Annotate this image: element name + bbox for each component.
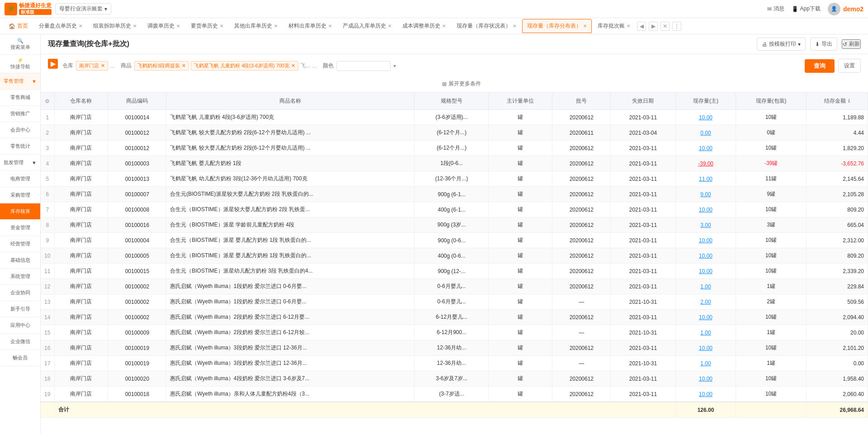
row-batch: 20200612 [552, 171, 611, 187]
settings-button[interactable]: 设置 [838, 59, 861, 73]
sidebar-item-stock-label: 库存核算 [10, 208, 30, 215]
sidebar-item-enterprise[interactable]: 企业协同 [0, 285, 40, 301]
expand-more-button[interactable]: ⊞ 展开更多条件 [442, 80, 481, 88]
tab-other-out[interactable]: 其他出库单历史 ✕ [229, 19, 283, 33]
row-qty-main[interactable]: 1.00 [675, 356, 736, 371]
export-button[interactable]: ⬇ 导出 [810, 38, 837, 51]
sidebar-item-ecommerce[interactable]: 电商管理 [0, 171, 40, 187]
sidebar-item-guide[interactable]: 新手引导 [0, 301, 40, 317]
print-button[interactable]: 🖨 按模板打印 ▾ [757, 38, 806, 51]
tab-stock-status-close[interactable]: ✕ [513, 24, 516, 28]
sidebar-item-finance[interactable]: 资金管理 [0, 220, 40, 236]
color-dropdown-icon[interactable]: ▾ [393, 63, 396, 69]
app-download-btn[interactable]: 📱 App下载 [792, 5, 821, 13]
row-qty-main[interactable]: 10.00 [675, 110, 736, 125]
sidebar-item-wholesale[interactable]: 批发管理 ▼ [0, 155, 40, 171]
tab-scroll-right[interactable]: ▶ [649, 22, 658, 31]
sidebar-item-weixin[interactable]: 企业微信 [0, 334, 40, 350]
sidebar-item-retail-mgmt[interactable]: 零售管理 ▼ [0, 73, 40, 90]
row-warehouse: 南岸门店 [54, 156, 108, 171]
product-more[interactable]: 飞... [300, 62, 310, 70]
tab-home[interactable]: 🏠 首页 [4, 19, 33, 33]
tab-product-in-close[interactable]: ✕ [388, 24, 392, 28]
tab-close-all[interactable]: ✕ [660, 22, 670, 31]
tab-more[interactable]: ⋮ [672, 22, 681, 31]
sidebar-item-apps[interactable]: 应用中心 [0, 317, 40, 334]
row-name: 惠氏启赋（Wyeth illuma）1段奶粉 爱尔兰进口 0-6月婴... [166, 279, 415, 294]
tab-stock-status[interactable]: 现存量（库存状况表） ✕ [452, 19, 521, 33]
row-qty-pkg: 10罐 [736, 340, 807, 356]
row-qty-main[interactable]: 9.00 [675, 187, 736, 202]
tab-other-out-close[interactable]: ✕ [274, 24, 278, 28]
message-btn[interactable]: ✉ 消息 [767, 5, 784, 13]
sidebar-item-member2[interactable]: 畅会员 [0, 350, 40, 366]
tab-scroll-left[interactable]: ◀ [637, 22, 646, 31]
print-dropdown-icon: ▾ [798, 41, 801, 47]
sidebar-item-retail-shop[interactable]: 零售商城 [0, 90, 40, 106]
tab-mixing-close[interactable]: ✕ [176, 24, 180, 28]
tab-product-in[interactable]: 产成品入库单历史 ✕ [338, 19, 396, 33]
warehouse-tag-remove[interactable]: ✕ [101, 63, 105, 69]
tab-require[interactable]: 要货单历史 ✕ [186, 19, 228, 33]
product-ellipsis[interactable]: … [312, 63, 317, 69]
row-qty-main[interactable]: 2.00 [675, 294, 736, 310]
sidebar-item-stock[interactable]: 库存核算 [0, 203, 40, 220]
row-qty-main[interactable]: 10.00 [675, 248, 736, 264]
row-qty-main[interactable]: 10.00 [675, 141, 736, 156]
tab-batch-ledger-close[interactable]: ✕ [627, 24, 630, 28]
row-qty-main[interactable]: 11.00 [675, 171, 736, 187]
sidebar-item-member[interactable]: 会员中心 [0, 122, 40, 138]
row-qty-main[interactable]: 0.00 [675, 125, 736, 141]
table-row: 10 南岸门店 00100005 合生元（BIOSTIME）派星 婴儿配方奶粉 … [41, 248, 868, 264]
sidebar-item-marketing[interactable]: 营销推广 [0, 106, 40, 122]
query-button[interactable]: 查询 [805, 59, 835, 73]
sidebar-item-retail-stats[interactable]: 零售统计 [0, 138, 40, 155]
tab-stock-dist-close[interactable]: ✕ [583, 24, 587, 28]
row-qty-main[interactable]: 1.00 [675, 325, 736, 340]
row-spec: 0-6月婴儿... [415, 279, 489, 294]
tab-material-out-close[interactable]: ✕ [328, 24, 332, 28]
sidebar-quicknav[interactable]: ⚡ 快捷导航 [0, 55, 40, 73]
expand-row-button[interactable]: ▶ [48, 59, 58, 69]
row-qty-main[interactable]: 10.00 [675, 310, 736, 325]
amount-info-icon[interactable]: ℹ [848, 98, 850, 104]
top-bar-left: 🌿 畅捷通好生意 标准版 母婴行业演示账套 ▾ [5, 3, 111, 15]
product-tag-1-remove[interactable]: ✕ [182, 63, 186, 69]
refresh-button[interactable]: ↺ 刷新 [842, 39, 861, 49]
row-qty-main[interactable]: 10.00 [675, 233, 736, 248]
sidebar-search[interactable]: 🔍 搜索菜单 [0, 34, 40, 55]
th-settings[interactable]: ⚙ [41, 93, 54, 110]
sidebar-item-retail-shop-label: 零售商城 [10, 94, 30, 101]
tab-split-close[interactable]: ✕ [79, 24, 82, 28]
tab-disassemble[interactable]: 组装拆卸单历史 ✕ [88, 19, 142, 33]
tab-require-close[interactable]: ✕ [220, 24, 223, 28]
row-qty-main[interactable]: 10.00 [675, 340, 736, 356]
row-qty-main[interactable]: 10.00 [675, 202, 736, 217]
tab-disassemble-close[interactable]: ✕ [133, 24, 137, 28]
tab-cost-adjust-close[interactable]: ✕ [442, 24, 446, 28]
tab-stock-dist[interactable]: 现存量（库存分布表） ✕ [522, 19, 592, 33]
tab-cost-adjust[interactable]: 成本调整单历史 ✕ [397, 19, 451, 33]
tab-batch-ledger[interactable]: 库存批次账 ✕ [593, 19, 635, 33]
industry-selector[interactable]: 母婴行业演示账套 ▾ [55, 3, 111, 14]
row-qty-main[interactable]: 10.00 [675, 387, 736, 402]
print-icon: 🖨 [762, 41, 767, 47]
row-qty-main[interactable]: 10.00 [675, 264, 736, 279]
inventory-table: ⚙ 仓库名称 商品编码 商品名称 规格型号 主计量单位 批号 失效日期 现存量(… [41, 93, 868, 418]
row-qty-main[interactable]: -39.00 [675, 156, 736, 171]
row-qty-main[interactable]: 1.00 [675, 279, 736, 294]
warehouse-ellipsis[interactable]: … [110, 63, 115, 69]
sidebar-item-operation[interactable]: 经营管理 [0, 236, 40, 252]
tab-mixing[interactable]: 调拨单历史 ✕ [142, 19, 185, 33]
sidebar-item-purchase[interactable]: 采购管理 [0, 187, 40, 203]
row-qty-main[interactable]: 10.00 [675, 371, 736, 387]
sidebar-item-system[interactable]: 系统管理 [0, 269, 40, 285]
color-input[interactable] [336, 61, 391, 71]
row-unit: 罐 [489, 202, 552, 217]
tab-split[interactable]: 分量盘点单历史 ✕ [34, 19, 87, 33]
sidebar-item-basic[interactable]: 基础信息 [0, 252, 40, 269]
user-avatar-area[interactable]: 👤 demo2 [828, 3, 863, 15]
product-tag-2-remove[interactable]: ✕ [291, 63, 295, 69]
tab-material-out[interactable]: 材料出库单历史 ✕ [283, 19, 337, 33]
row-qty-main[interactable]: 3.00 [675, 217, 736, 233]
